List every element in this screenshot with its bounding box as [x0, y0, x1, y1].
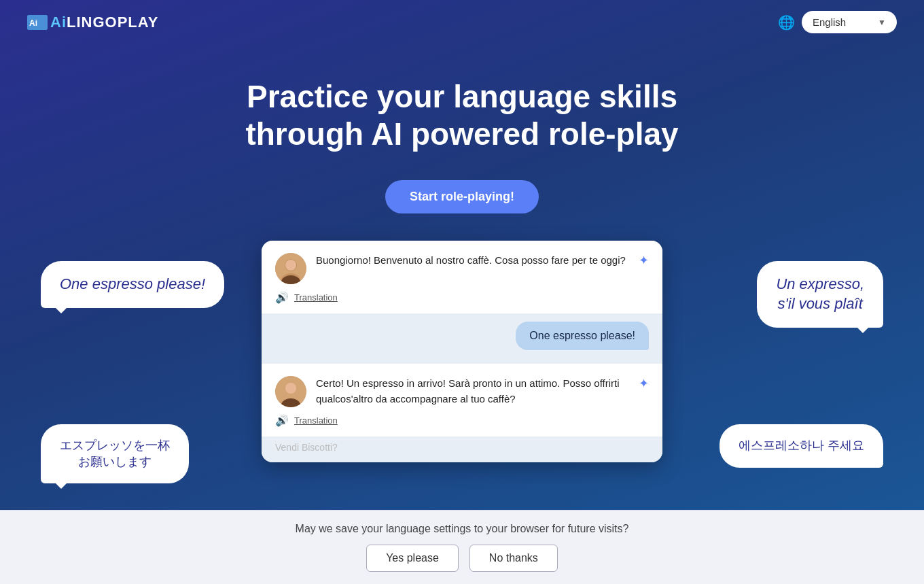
logo: Ai AiLINGOPLAY: [27, 14, 158, 31]
sparkle-icon-1: ✦: [639, 254, 649, 267]
svg-point-5: [285, 260, 296, 271]
svg-point-8: [285, 383, 296, 394]
avatar-2: [275, 376, 306, 407]
message-1-text: Buongiorno! Benvenuto al nostro caffè. C…: [316, 254, 626, 266]
chat-message-2: Certo! Un espresso in arrivo! Sarà pront…: [262, 364, 662, 436]
no-thanks-button[interactable]: No thanks: [469, 545, 558, 572]
message-2-text: Certo! Un espresso in arrivo! Sarà pront…: [316, 377, 620, 405]
speaker-icon-2[interactable]: 🔊: [275, 414, 289, 427]
globe-icon: 🌐: [778, 14, 795, 31]
message-1-icons: ✦: [639, 253, 649, 268]
message-2-icons: ✦: [639, 376, 649, 391]
notification-bar: May we save your language settings to yo…: [0, 510, 924, 584]
bubble-left-1-text: One espresso please!: [60, 275, 205, 292]
bubble-right-2-text: 에스프레소하나 주세요: [739, 439, 864, 452]
logo-icon: Ai: [27, 15, 48, 30]
message-2-content: Certo! Un espresso in arrivo! Sarà pront…: [316, 376, 649, 407]
language-label: English: [813, 16, 846, 28]
speaker-icon-1[interactable]: 🔊: [275, 291, 289, 304]
speech-bubble-right-2: 에스프레소하나 주세요: [719, 424, 883, 467]
chat-message-1: Buongiorno! Benvenuto al nostro caffè. C…: [262, 241, 662, 313]
user-bubble: One espresso please!: [516, 322, 649, 350]
logo-text: AiLINGOPLAY: [50, 14, 158, 31]
speech-bubble-left-2: エスプレッソを一杯 お願いします: [41, 424, 189, 483]
notification-buttons: Yes please No thanks: [14, 545, 910, 572]
message-2-controls[interactable]: 🔊 Translation: [262, 411, 662, 436]
sparkle-icon-2: ✦: [639, 377, 649, 390]
hero-section: Practice your language skills through AI…: [0, 44, 924, 241]
speech-bubble-right-1: Un expresso, s'il vous plaît: [757, 261, 883, 327]
hero-headline: Practice your language skills through AI…: [14, 78, 910, 153]
language-selector[interactable]: 🌐 English ▼: [778, 11, 897, 33]
bubble-left-2-text: エスプレッソを一杯 お願いします: [60, 439, 170, 468]
avatar-1: [275, 253, 306, 284]
language-dropdown[interactable]: English ▼: [802, 11, 897, 33]
bubble-right-1-text: Un expresso, s'il vous plaît: [776, 275, 864, 312]
chat-window: Buongiorno! Benvenuto al nostro caffè. C…: [262, 241, 662, 462]
user-message-wrap: One espresso please!: [262, 313, 662, 358]
message-1-controls[interactable]: 🔊 Translation: [262, 288, 662, 313]
notification-text: May we save your language settings to yo…: [14, 523, 910, 535]
translation-link-2[interactable]: Translation: [294, 415, 338, 426]
vendi-text: Vendi Biscotti?: [262, 436, 662, 462]
message-1-content: Buongiorno! Benvenuto al nostro caffè. C…: [316, 253, 649, 269]
svg-text:Ai: Ai: [29, 18, 37, 28]
yes-please-button[interactable]: Yes please: [366, 545, 459, 572]
header: Ai AiLINGOPLAY 🌐 English ▼: [0, 0, 924, 44]
translation-link-1[interactable]: Translation: [294, 292, 338, 303]
speech-bubble-left-1: One espresso please!: [41, 261, 224, 308]
chevron-down-icon: ▼: [878, 18, 886, 27]
vendi-biscotti-text: Vendi Biscotti?: [275, 442, 338, 453]
start-roleplaying-button[interactable]: Start role-playing!: [385, 180, 539, 213]
main-area: One espresso please! エスプレッソを一杯 お願いします Un…: [0, 241, 924, 462]
